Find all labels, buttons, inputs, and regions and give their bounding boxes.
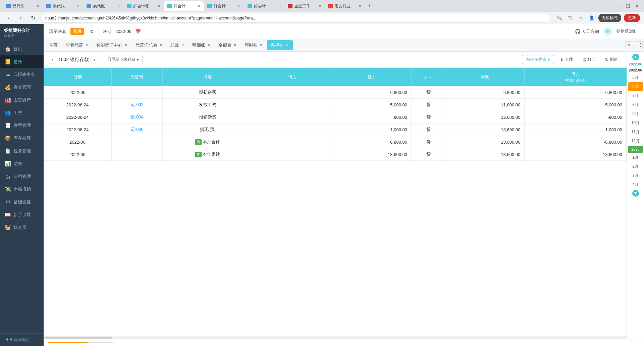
cell-special-4: -1,000.00	[525, 123, 627, 136]
sidebar-item-inventory[interactable]: 📦 库存核算	[0, 132, 44, 145]
month-5[interactable]: 5月	[628, 73, 643, 82]
tab-general-ledger-close[interactable]: ✕	[181, 43, 184, 47]
sidebar-item-invoice[interactable]: 🧾 发票管理	[0, 119, 44, 132]
url-bar[interactable]: cloud2.chanjet.com/accounting/uh26t264j5…	[40, 14, 550, 22]
tab-close-2[interactable]: ✕	[77, 4, 80, 8]
month-10[interactable]: 10月	[628, 118, 643, 128]
sidebar-item-close[interactable]: 📊 结账	[0, 157, 44, 170]
tab-close-3[interactable]: ✕	[117, 4, 120, 8]
tab-smart-voucher[interactable]: 智能凭证中心 ✕	[92, 40, 131, 50]
star-icon[interactable]: ☆	[577, 14, 585, 22]
month-6[interactable]: 6月	[628, 82, 643, 91]
month-2023-2[interactable]: 2月	[628, 162, 643, 171]
filter-subcategory-button[interactable]: 只显示下级科目 ▾	[104, 55, 143, 64]
special-multicolumn-button[interactable]: 特殊多栏账 ▾	[522, 55, 554, 64]
tab-multi-column[interactable]: 多栏账 ✕	[267, 40, 293, 50]
tab-multi-column-close[interactable]: ✕	[286, 43, 289, 47]
new-tab-button[interactable]: +	[365, 1, 374, 11]
tab-close-9[interactable]: ✕	[359, 4, 362, 8]
sidebar-item-payroll[interactable]: 👥 工资	[0, 106, 44, 119]
sidebar-item-home[interactable]: 🏠 首页	[0, 43, 44, 55]
cell-special-1: -6,800.00	[525, 86, 627, 99]
sidebar-item-guide[interactable]: 📖 新手引导	[0, 208, 44, 221]
tab-close-4[interactable]: ✕	[157, 4, 160, 8]
browser-tab-1[interactable]: 易代账 ✕	[3, 1, 43, 11]
tab-close-5[interactable]: ✕	[198, 4, 201, 8]
tab-voucher-view[interactable]: 查看凭证 ✕	[62, 40, 92, 50]
tab-general-ledger[interactable]: 总账 ✕	[166, 40, 188, 50]
close-button[interactable]: ✕	[633, 2, 641, 10]
prev-account-button[interactable]: ‹	[49, 56, 56, 63]
cell-debit-6	[253, 148, 332, 161]
cell-voucher-4[interactable]: 记-006	[111, 123, 162, 136]
tab-collapse-button[interactable]: ✕	[625, 41, 633, 49]
browser-tab-9[interactable]: 用友好业 ✕	[325, 1, 365, 11]
update-button[interactable]: 更新	[624, 14, 640, 22]
download-button[interactable]: ⬇ 下载	[557, 55, 576, 64]
tab-sequence-ledger-close[interactable]: ✕	[260, 43, 263, 47]
month-12[interactable]: 12月	[628, 137, 643, 146]
stealth-mode-button[interactable]: 无痕模式	[598, 14, 621, 22]
tab-voucher-summary[interactable]: 凭证汇总表 ✕	[131, 40, 166, 50]
sidebar-item-tax[interactable]: 📋 税务管理	[0, 145, 44, 157]
browser-tab-6[interactable]: 好会计 ✕	[204, 1, 244, 11]
next-account-button[interactable]: ›	[91, 56, 98, 63]
tab-home[interactable]: 首页	[45, 40, 62, 50]
back-button[interactable]: ‹	[4, 13, 13, 23]
tab-close-7[interactable]: ✕	[278, 4, 281, 8]
month-2023-4[interactable]: 4月	[628, 180, 643, 189]
sidebar-item-expense[interactable]: 💸 小畅报销	[0, 183, 44, 196]
sidebar-item-fund[interactable]: 💰 资金管理	[0, 81, 44, 94]
sidebar-item-archive[interactable]: 🗂 归档管理	[0, 170, 44, 183]
cell-voucher-2[interactable]: 记-002	[111, 99, 162, 111]
tab-voucher-summary-close[interactable]: ✕	[159, 43, 162, 47]
month-8[interactable]: 8月	[628, 100, 643, 109]
profile-icon[interactable]: 👤	[588, 14, 596, 22]
scrollbar-thumb[interactable]	[45, 337, 112, 339]
tab-detail-ledger[interactable]: 明细账 ✕	[188, 40, 214, 50]
tab-close-8[interactable]: ✕	[318, 4, 321, 8]
table-row: 2022-06 期初余额 6,800.00 贷 6,800.00 -6,800.…	[44, 86, 627, 99]
sidebar-item-asset[interactable]: 🏭 固定资产	[0, 94, 44, 106]
calendar-icon[interactable]: 📅	[136, 29, 141, 34]
shield-icon[interactable]: 🛡	[566, 14, 574, 22]
print-button[interactable]: 🖨 打印	[579, 55, 599, 64]
consult-button[interactable]: 🎧 人工咨询	[575, 29, 599, 35]
month-2023-3[interactable]: 3月	[628, 171, 643, 180]
tab-smart-voucher-close[interactable]: ✕	[124, 43, 127, 47]
settings-gear-icon[interactable]: ⚙	[88, 28, 96, 36]
tab-voucher-view-close[interactable]: ✕	[85, 43, 88, 47]
search-icon[interactable]: 🔍	[555, 14, 564, 22]
sidebar-collapse-button[interactable]: ◀◀ 取消固定	[0, 333, 44, 346]
tab-balance-table-close[interactable]: ✕	[233, 43, 236, 47]
restore-button[interactable]: ❐	[624, 2, 632, 10]
browser-tab-8[interactable]: 企业工作 ✕	[284, 1, 325, 11]
tab-sequence-ledger[interactable]: 序时账 ✕	[240, 40, 267, 50]
minimize-button[interactable]: ─	[614, 2, 623, 10]
refresh-button[interactable]: ↻ 刷新	[602, 55, 621, 64]
tab-expand-button[interactable]: ⛶	[635, 41, 643, 49]
month-2023-1[interactable]: 1月	[628, 153, 643, 162]
month-11[interactable]: 11月	[628, 128, 643, 137]
month-7[interactable]: 7月	[628, 91, 643, 100]
forward-button[interactable]: ›	[16, 13, 25, 23]
browser-tab-7[interactable]: 好会计 ✕	[244, 1, 284, 11]
sidebar-item-report[interactable]: ☁ 云报表中心	[0, 68, 44, 81]
tab-detail-ledger-close[interactable]: ✕	[207, 43, 210, 47]
reload-button[interactable]: ↻	[28, 13, 38, 23]
scroll-up-arrow[interactable]: ▲	[632, 54, 639, 60]
browser-tab-2[interactable]: 易代账 ✕	[43, 1, 83, 11]
sidebar-item-ledger[interactable]: 📒 总账	[0, 55, 44, 68]
browser-tab-5[interactable]: 好会计 ✕	[164, 1, 204, 11]
sidebar-item-member[interactable]: 👑 畅会员	[0, 221, 44, 234]
cell-voucher-3[interactable]: 记-004	[111, 111, 162, 123]
browser-tab-4[interactable]: 好会计账 ✕	[123, 1, 164, 11]
horizontal-scrollbar[interactable]	[44, 336, 627, 339]
browser-tab-3[interactable]: 易代账 ✕	[83, 1, 123, 11]
month-9[interactable]: 9月	[628, 109, 643, 118]
tab-close-6[interactable]: ✕	[238, 4, 241, 8]
scroll-down-arrow[interactable]: ▼	[632, 190, 639, 197]
sidebar-item-settings[interactable]: ⚙ 基础设置	[0, 196, 44, 208]
tab-close-1[interactable]: ✕	[37, 4, 40, 8]
tab-balance-table[interactable]: 余额表 ✕	[214, 40, 240, 50]
